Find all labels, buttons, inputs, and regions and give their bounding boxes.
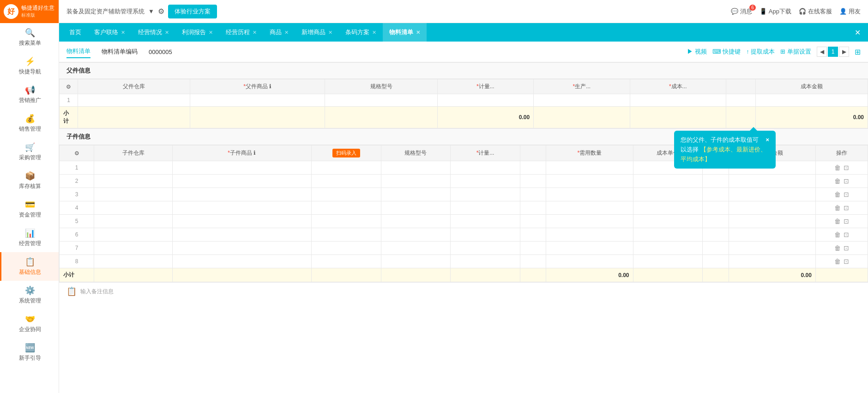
sidebar-item-system[interactable]: ⚙️ 系统管理 (0, 281, 59, 309)
sidebar-item-collab[interactable]: 🤝 企业协同 (0, 309, 59, 338)
child-row-3-product[interactable] (172, 188, 311, 201)
delete-icon-7[interactable]: 🗑 (834, 244, 841, 252)
child-row-6-spec[interactable] (381, 228, 451, 242)
child-row-6-qty[interactable] (546, 228, 633, 242)
child-row-6-product[interactable] (172, 228, 311, 242)
sidebar-item-base-info[interactable]: 📋 基础信息 (0, 252, 59, 281)
dropdown-arrow-icon[interactable]: ▼ (148, 8, 154, 15)
tab-customer[interactable]: 客户联络 ✕ (88, 23, 132, 42)
child-row-3-unit[interactable] (451, 188, 520, 201)
page-prev-btn[interactable]: ◀ (817, 47, 827, 57)
child-row-4-unit-cost[interactable] (633, 201, 703, 215)
tab-business-close[interactable]: ✕ (165, 30, 169, 36)
copy-icon-7[interactable]: ⊡ (844, 244, 849, 252)
child-row-1-product[interactable] (172, 161, 311, 175)
child-row-8-warehouse[interactable] (94, 255, 172, 268)
close-all-tabs[interactable]: ✕ (851, 28, 864, 37)
delete-icon-4[interactable]: 🗑 (834, 204, 841, 212)
child-row-7-unit-cost[interactable] (633, 242, 703, 255)
parent-row-1-cost[interactable] (630, 94, 726, 107)
delete-icon-2[interactable]: 🗑 (834, 177, 841, 185)
app-download[interactable]: 📱 App下载 (760, 7, 791, 16)
tab-profit-close[interactable]: ✕ (209, 30, 213, 36)
copy-icon-3[interactable]: ⊡ (844, 191, 849, 198)
tab-barcode-close[interactable]: ✕ (372, 30, 376, 36)
child-row-2-product[interactable] (172, 175, 311, 188)
doc-settings-link[interactable]: ⊞ 单据设置 (780, 48, 811, 56)
sidebar-item-sales[interactable]: 💰 销售管理 (0, 109, 59, 138)
tab-history-close[interactable]: ✕ (253, 30, 257, 36)
child-row-1-warehouse[interactable] (94, 161, 172, 175)
child-row-3-unit-cost[interactable] (633, 188, 703, 201)
sidebar-item-purchase[interactable]: 🛒 采购管理 (0, 138, 59, 166)
child-row-4-unit[interactable] (451, 201, 520, 215)
child-row-2-spec[interactable] (381, 175, 451, 188)
tab-home[interactable]: 首页 (63, 23, 88, 42)
sidebar-item-ops[interactable]: 📊 经营管理 (0, 224, 59, 252)
child-col-gear[interactable]: ⚙ (60, 145, 94, 161)
sidebar-item-finance[interactable]: 💳 资金管理 (0, 195, 59, 224)
grid-view-icon[interactable]: ⊞ (855, 48, 861, 56)
child-row-8-unit-cost[interactable] (633, 255, 703, 268)
child-row-2-unit[interactable] (451, 175, 520, 188)
child-row-2-qty[interactable] (546, 175, 633, 188)
tab-new-product-close[interactable]: ✕ (328, 30, 332, 36)
copy-icon-2[interactable]: ⊡ (844, 177, 849, 185)
gear-icon[interactable]: ⚙ (158, 7, 164, 16)
delete-icon-1[interactable]: 🗑 (834, 164, 841, 171)
delete-icon-5[interactable]: 🗑 (834, 218, 841, 225)
sidebar-item-inventory[interactable]: 📦 库存核算 (0, 166, 59, 195)
tab-barcode[interactable]: 条码方案 ✕ (339, 23, 383, 42)
extract-cost-link[interactable]: ↑ 提取成本 (746, 48, 775, 56)
child-row-7-product[interactable] (172, 242, 311, 255)
child-row-1-spec[interactable] (381, 161, 451, 175)
video-link[interactable]: ▶ 视频 (687, 48, 707, 56)
child-row-4-warehouse[interactable] (94, 201, 172, 215)
child-row-8-spec[interactable] (381, 255, 451, 268)
copy-icon-6[interactable]: ⊡ (844, 231, 849, 238)
parent-row-1-product[interactable] (190, 94, 325, 107)
child-row-4-product[interactable] (172, 201, 311, 215)
experience-btn[interactable]: 体验行业方案 (168, 5, 217, 18)
child-row-7-unit[interactable] (451, 242, 520, 255)
tab-customer-close[interactable]: ✕ (121, 30, 125, 36)
scan-btn[interactable]: 扫码录入 (332, 149, 360, 157)
delete-icon-6[interactable]: 🗑 (834, 231, 841, 238)
delete-icon-3[interactable]: 🗑 (834, 191, 841, 198)
child-row-8-unit[interactable] (451, 255, 520, 268)
child-row-1-unit[interactable] (451, 161, 520, 175)
child-row-7-qty[interactable] (546, 242, 633, 255)
sidebar-item-quick-nav[interactable]: ⚡ 快捷导航 (0, 52, 59, 80)
user-avatar[interactable]: 👤 用友 (839, 7, 861, 16)
child-row-8-qty[interactable] (546, 255, 633, 268)
child-row-1-qty[interactable] (546, 161, 633, 175)
child-row-8-product[interactable] (172, 255, 311, 268)
tab-history[interactable]: 经营历程 ✕ (219, 23, 263, 42)
page-current-btn[interactable]: 1 (828, 47, 838, 57)
parent-row-1-warehouse[interactable] (78, 94, 190, 107)
tab-business[interactable]: 经营情况 ✕ (132, 23, 175, 42)
notification-bell[interactable]: 💬 消息 6 (731, 7, 752, 16)
child-row-5-unit[interactable] (451, 215, 520, 228)
child-row-5-spec[interactable] (381, 215, 451, 228)
sidebar-item-search[interactable]: 🔍 搜索菜单 (0, 23, 59, 52)
sidebar-item-marketing[interactable]: 📢 营销推广 (0, 80, 59, 109)
tab-bom[interactable]: 物料清单 ✕ (383, 23, 427, 42)
parent-row-1-unit[interactable] (437, 94, 533, 107)
child-row-7-spec[interactable] (381, 242, 451, 255)
tab-new-product[interactable]: 新增商品 ✕ (295, 23, 339, 42)
parent-col-gear[interactable]: ⚙ (60, 79, 78, 94)
sidebar-item-guide[interactable]: 🆕 新手引导 (0, 338, 59, 367)
parent-row-1-spec[interactable] (325, 94, 437, 107)
page-next-btn[interactable]: ▶ (839, 47, 849, 57)
child-row-5-product[interactable] (172, 215, 311, 228)
copy-icon-5[interactable]: ⊡ (844, 218, 849, 225)
online-service[interactable]: 🎧 在线客服 (799, 7, 832, 16)
child-row-2-unit-cost[interactable] (633, 175, 703, 188)
shortcut-link[interactable]: ⌨ 快捷键 (712, 48, 741, 56)
child-row-6-unit-cost[interactable] (633, 228, 703, 242)
tab-products-close[interactable]: ✕ (284, 30, 289, 36)
child-row-6-unit[interactable] (451, 228, 520, 242)
child-row-5-warehouse[interactable] (94, 215, 172, 228)
copy-icon-1[interactable]: ⊡ (844, 164, 849, 171)
